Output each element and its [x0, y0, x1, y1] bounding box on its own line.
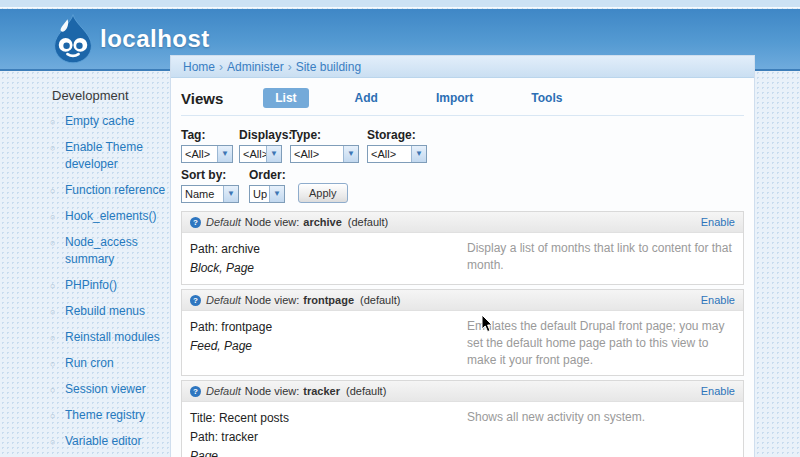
view-default-label: Default [206, 216, 241, 228]
filters: Tag: <All>▼ Displays: <All>▼ Type: <All>… [181, 128, 744, 203]
help-icon[interactable]: ? [190, 295, 201, 306]
view-description: Shows all new activity on system. [467, 409, 735, 457]
view-description: Emulates the default Drupal front page; … [467, 318, 735, 369]
sidebar-item-label: PHPinfo() [65, 278, 117, 292]
chevron-down-icon: ▼ [223, 186, 238, 202]
view-description: Display a list of months that link to co… [467, 240, 735, 278]
bullet-circle-icon: ○ [50, 183, 55, 200]
bullet-circle-icon: ○ [50, 382, 55, 399]
breadcrumb-administer-link[interactable]: Administer [227, 60, 284, 74]
view-row-header: ? Default Node view: frontpage (default)… [182, 290, 743, 311]
tab-list[interactable]: List [263, 88, 308, 108]
help-icon[interactable]: ? [190, 386, 201, 397]
bullet-circle-icon: ○ [50, 209, 55, 226]
view-details: Path: frontpage Feed, Page [190, 318, 467, 369]
chevron-down-icon: ▼ [269, 186, 284, 202]
view-name: archive [303, 216, 342, 228]
chevron-down-icon: ▼ [266, 146, 281, 162]
sidebar-item-session-viewer[interactable]: ○Session viewer [52, 381, 170, 398]
panel-content: Views List Add Import Tools Tag: <All>▼ … [171, 78, 754, 457]
displays-select[interactable]: <All>▼ [239, 145, 282, 163]
bullet-circle-icon: ○ [50, 356, 55, 373]
enable-link[interactable]: Enable [701, 385, 735, 397]
filter-storage: Storage: <All>▼ [367, 128, 427, 163]
enable-link[interactable]: Enable [701, 216, 735, 228]
view-name: tracker [303, 385, 340, 397]
filter-tag: Tag: <All>▼ [181, 128, 233, 163]
sidebar-item-enable-theme-developer[interactable]: ○Enable Theme developer [52, 139, 170, 173]
order-select[interactable]: Up▼ [249, 185, 285, 203]
view-path: Path: tracker [190, 428, 467, 447]
top-strip [0, 0, 800, 8]
filter-order-label: Order: [249, 168, 285, 182]
view-suffix: (default) [348, 216, 388, 228]
sidebar-item-label: Session viewer [65, 382, 146, 396]
filter-displays-label: Displays: [239, 128, 282, 142]
sidebar-item-label: Theme registry [65, 408, 145, 422]
sidebar-item-run-cron[interactable]: ○Run cron [52, 355, 170, 372]
view-name: frontpage [303, 294, 354, 306]
sidebar-item-function-reference[interactable]: ○Function reference [52, 182, 170, 199]
chevron-down-icon: ▼ [411, 146, 426, 162]
bullet-circle-icon: ○ [50, 278, 55, 295]
tab-tools[interactable]: Tools [519, 88, 574, 108]
sidebar-item-variable-editor[interactable]: ○Variable editor [52, 433, 170, 450]
view-type-label: Node view: [245, 294, 299, 306]
sidebar-item-hook-elements[interactable]: ○Hook_elements() [52, 208, 170, 225]
sidebar-item-theme-registry[interactable]: ○Theme registry [52, 407, 170, 424]
breadcrumb: Home›Administer›Site building [171, 56, 754, 78]
tab-import[interactable]: Import [424, 88, 485, 108]
sidebar-item-node-access-summary[interactable]: ○Node_access summary [52, 234, 170, 268]
filter-displays: Displays: <All>▼ [239, 128, 282, 163]
breadcrumb-site-building-link[interactable]: Site building [296, 60, 361, 74]
storage-select-value: <All> [368, 148, 411, 160]
filter-row-1: Tag: <All>▼ Displays: <All>▼ Type: <All>… [181, 128, 744, 163]
storage-select[interactable]: <All>▼ [367, 145, 427, 163]
sidebar-item-label: Hook_elements() [65, 209, 156, 223]
sidebar-item-label: Rebuild menus [65, 304, 145, 318]
filter-type: Type: <All>▼ [290, 128, 359, 163]
sidebar-heading-development: Development [52, 88, 170, 103]
bullet-circle-icon: ○ [50, 114, 55, 131]
view-details: Title: Recent posts Path: tracker Page [190, 409, 467, 457]
filter-type-label: Type: [290, 128, 359, 142]
order-select-value: Up [250, 188, 269, 200]
view-path: Path: archive [190, 240, 467, 259]
sidebar-item-rebuild-menus[interactable]: ○Rebuild menus [52, 303, 170, 320]
view-row-header: ? Default Node view: tracker (default) E… [182, 381, 743, 402]
page: { "header": { "site_name": "localhost" }… [0, 0, 800, 457]
site-name[interactable]: localhost [100, 25, 210, 53]
enable-link[interactable]: Enable [701, 294, 735, 306]
sidebar-item-label: Variable editor [65, 434, 142, 448]
page-title: Views [181, 90, 223, 107]
filter-order: Order: Up▼ [249, 168, 285, 203]
filter-sort-by: Sort by: Name▼ [181, 168, 239, 203]
view-default-label: Default [206, 385, 241, 397]
view-row-body: Path: frontpage Feed, Page Emulates the … [182, 311, 743, 375]
view-details: Path: archive Block, Page [190, 240, 467, 278]
sidebar-item-empty-cache[interactable]: ○Empty cache [52, 113, 170, 130]
breadcrumb-home-link[interactable]: Home [183, 60, 215, 74]
view-row-tracker: ? Default Node view: tracker (default) E… [181, 380, 744, 457]
view-row-frontpage: ? Default Node view: frontpage (default)… [181, 289, 744, 376]
sidebar-item-label: Reinstall modules [65, 330, 160, 344]
displays-select-value: <All> [240, 148, 266, 160]
filter-storage-label: Storage: [367, 128, 427, 142]
tag-select[interactable]: <All>▼ [181, 145, 233, 163]
tag-select-value: <All> [182, 148, 217, 160]
bullet-circle-icon: ○ [50, 304, 55, 321]
filter-row-2: Sort by: Name▼ Order: Up▼ Apply [181, 168, 744, 203]
sort-by-select-value: Name [182, 188, 223, 200]
sidebar-item-phpinfo[interactable]: ○PHPinfo() [52, 277, 170, 294]
bullet-circle-icon: ○ [50, 434, 55, 451]
view-title: Title: Recent posts [190, 409, 467, 428]
drupal-logo-icon [50, 12, 96, 64]
bullet-circle-icon: ○ [50, 330, 55, 347]
sidebar-item-reinstall-modules[interactable]: ○Reinstall modules [52, 329, 170, 346]
type-select[interactable]: <All>▼ [290, 145, 359, 163]
sort-by-select[interactable]: Name▼ [181, 185, 239, 203]
bullet-circle-icon: ○ [50, 408, 55, 425]
help-icon[interactable]: ? [190, 217, 201, 228]
tab-add[interactable]: Add [343, 88, 390, 108]
apply-button[interactable]: Apply [298, 183, 348, 203]
